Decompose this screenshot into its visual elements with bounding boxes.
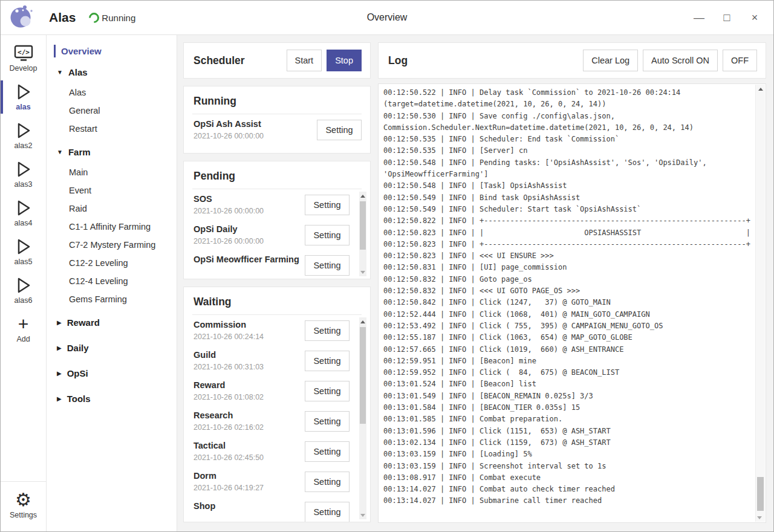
minimize-button[interactable]: — — [685, 1, 713, 34]
nav-group-reward[interactable]: ▶Reward — [47, 311, 177, 334]
nav-item-overview[interactable]: Overview — [54, 45, 177, 57]
nav-item-general[interactable]: General — [47, 102, 177, 120]
task-name: OpSi Ash Assist — [194, 118, 312, 130]
log-line: 00:12:50.549 | INFO | Scheduler: Start t… — [383, 204, 753, 215]
task-setting-button[interactable]: Setting — [305, 472, 350, 492]
sidebar-instance-alas[interactable]: alas — [1, 79, 46, 115]
log-line: 00:12:50.535 | INFO | Scheduler: End tas… — [383, 134, 753, 145]
waiting-scrollbar[interactable] — [359, 317, 366, 519]
sidebar-instance-alas6[interactable]: alas6 — [1, 272, 46, 309]
task-name: Shop — [194, 501, 300, 512]
log-line: 00:13:14.027 | INFO | Combat auto check … — [383, 484, 753, 495]
maximize-button[interactable]: □ — [713, 1, 741, 34]
status-text: Running — [102, 13, 135, 23]
task-time: 2021-10-26 01:08:02 — [194, 393, 300, 401]
task-row: Commission2021-10-26 00:24:14Setting — [194, 316, 352, 346]
scroll-up-icon[interactable] — [359, 192, 366, 200]
nav-group-farm[interactable]: ▼Farm — [47, 141, 177, 163]
log-line: 00:12:53.492 | INFO | Click ( 755, 395) … — [383, 320, 753, 332]
nav-group-alas[interactable]: ▼Alas — [47, 61, 177, 83]
nav-item-main[interactable]: Main — [47, 163, 177, 181]
sidebar-instance-alas2[interactable]: alas2 — [1, 117, 46, 154]
task-row: OpSi Meowfficer FarmingSetting — [194, 251, 352, 279]
nav-item-c1-1-affinity-farming[interactable]: C1-1 Affinity Farming — [47, 218, 177, 236]
nav-group-opsi[interactable]: ▶OpSi — [47, 362, 177, 384]
nav-group-label: Tools — [67, 394, 91, 404]
nav-item-restart[interactable]: Restart — [47, 120, 177, 138]
sidebar-item-label: Settings — [10, 511, 37, 519]
stop-button[interactable]: Stop — [327, 50, 362, 71]
play-icon — [15, 198, 33, 218]
log-line: 00:13:03.159 | INFO | [Loading] 5% — [383, 449, 753, 460]
log-output[interactable]: 00:12:50.522 | INFO | Delay task `Commis… — [378, 83, 766, 523]
sidebar-item-develop[interactable]: </> Develop — [1, 40, 46, 77]
log-line: 00:12:50.823 | INFO | +-----------------… — [383, 239, 753, 250]
nav-group-label: Daily — [67, 343, 89, 353]
nav-item-event[interactable]: Event — [47, 181, 177, 199]
close-button[interactable]: × — [741, 1, 769, 34]
sidebar-instance-alas4[interactable]: alas4 — [1, 195, 46, 232]
clear-log-button[interactable]: Clear Log — [583, 50, 638, 71]
log-line: 00:12:59.952 | INFO | Click ( 84, 675) @… — [383, 367, 753, 378]
sidebar-item-settings[interactable]: ⚙ Settings — [1, 487, 46, 524]
nav-item-c7-2-mystery-farming[interactable]: C7-2 Mystery Farming — [47, 236, 177, 254]
log-line: Commission.Scheduler.NextRun=datetime.da… — [383, 122, 753, 134]
sidebar-item-add[interactable]: + Add — [1, 311, 46, 348]
sidebar-item-label: Develop — [10, 64, 37, 73]
scrollbar-thumb[interactable] — [757, 477, 764, 511]
nav-item-alas[interactable]: Alas — [47, 83, 177, 102]
task-row: Research2021-10-26 02:16:02Setting — [194, 407, 352, 437]
task-setting-button[interactable]: Setting — [305, 411, 350, 432]
sidebar-instance-label: alas — [16, 103, 30, 111]
nav-group-tools[interactable]: ▶Tools — [47, 388, 177, 410]
sidebar-instance-alas5[interactable]: alas5 — [1, 233, 46, 270]
task-setting-button[interactable]: Setting — [317, 120, 362, 140]
task-setting-button[interactable]: Setting — [305, 441, 350, 462]
task-time: 2021-10-26 00:00:00 — [194, 132, 312, 140]
pending-scrollbar[interactable] — [359, 192, 366, 276]
sidebar-instance-label: alas5 — [15, 258, 33, 266]
log-line: 00:12:50.832 | INFO | <<< UI GOTO PAGE_O… — [383, 285, 753, 297]
task-setting-button[interactable]: Setting — [305, 255, 350, 276]
nav-item-c12-4-leveling[interactable]: C12-4 Leveling — [47, 272, 177, 290]
brand: Alas Running — [1, 3, 135, 32]
log-title: Log — [388, 54, 583, 67]
task-setting-button[interactable]: Setting — [305, 320, 350, 341]
task-setting-button[interactable]: Setting — [305, 225, 350, 245]
start-button[interactable]: Start — [287, 50, 322, 71]
scrollbar-thumb[interactable] — [360, 201, 366, 250]
log-line: 00:12:50.549 | INFO | Bind task OpsiAshA… — [383, 192, 753, 204]
plus-icon: + — [18, 314, 29, 334]
window-controls: — □ × — [685, 1, 769, 34]
autoscroll-on-button[interactable]: Auto Scroll ON — [643, 50, 718, 71]
scheduler-panel: Scheduler Start Stop — [183, 42, 371, 79]
task-setting-button[interactable]: Setting — [305, 195, 350, 215]
nav-group-daily[interactable]: ▶Daily — [47, 337, 177, 359]
chevron-right-icon: ▶ — [57, 345, 62, 351]
log-line: 00:12:50.831 | INFO | [UI] page_commissi… — [383, 262, 753, 273]
nav-item-c12-2-leveling[interactable]: C12-2 Leveling — [47, 254, 177, 272]
running-title: Running — [184, 86, 370, 114]
log-scrollbar[interactable] — [755, 85, 765, 522]
task-time: 2021-10-26 00:00:00 — [194, 207, 300, 215]
sidebar-instance-alas3[interactable]: alas3 — [1, 156, 46, 193]
task-name: SOS — [194, 193, 300, 205]
autoscroll-off-button[interactable]: OFF — [723, 50, 757, 71]
scroll-up-icon[interactable] — [756, 85, 765, 93]
log-text: 00:12:50.522 | INFO | Delay task `Commis… — [379, 84, 755, 522]
task-row: ShopSetting — [194, 498, 352, 522]
task-setting-button[interactable]: Setting — [305, 381, 350, 401]
task-name: Guild — [194, 349, 300, 361]
running-panel: Running OpSi Ash Assist2021-10-26 00:00:… — [183, 86, 371, 154]
scroll-down-icon[interactable] — [756, 93, 765, 102]
nav-item-raid[interactable]: Raid — [47, 199, 177, 218]
task-name: Reward — [194, 380, 300, 391]
task-setting-button[interactable]: Setting — [305, 502, 350, 522]
log-line: 00:12:55.187 | INFO | Click (1063, 654) … — [383, 332, 753, 343]
task-time: 2021-10-26 02:45:50 — [194, 453, 300, 462]
nav-item-gems-farming[interactable]: Gems Farming — [47, 290, 177, 308]
nav-group-label: Alas — [68, 67, 88, 77]
scrollbar-thumb[interactable] — [360, 327, 366, 424]
task-setting-button[interactable]: Setting — [305, 351, 350, 371]
scroll-up-icon[interactable] — [359, 317, 366, 326]
